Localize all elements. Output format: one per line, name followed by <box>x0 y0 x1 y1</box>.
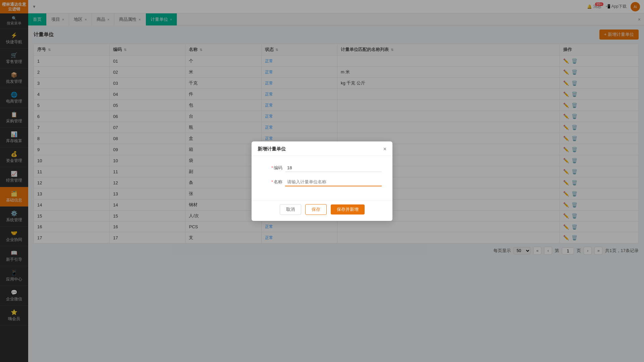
modal-header: 新增计量单位 × <box>252 141 392 156</box>
form-row-name: 名称 <box>262 178 382 186</box>
cancel-button[interactable]: 取消 <box>280 204 301 215</box>
modal-footer: 取消 保存 保存并新增 <box>252 200 392 221</box>
name-input[interactable] <box>285 178 382 186</box>
form-label-name: 名称 <box>262 179 282 185</box>
modal-close-button[interactable]: × <box>383 146 386 152</box>
modal-title: 新增计量单位 <box>258 146 286 152</box>
modal-body: 编码 名称 <box>252 156 392 198</box>
form-row-code: 编码 <box>262 164 382 172</box>
save-and-add-button[interactable]: 保存并新增 <box>331 204 365 215</box>
save-button[interactable]: 保存 <box>305 204 327 215</box>
form-label-code: 编码 <box>262 165 282 171</box>
add-unit-modal: 新增计量单位 × 编码 名称 取消 保存 保存并新增 <box>252 141 392 221</box>
code-input[interactable] <box>285 164 382 172</box>
modal-overlay[interactable]: 新增计量单位 × 编码 名称 取消 保存 保存并新增 <box>0 0 644 362</box>
